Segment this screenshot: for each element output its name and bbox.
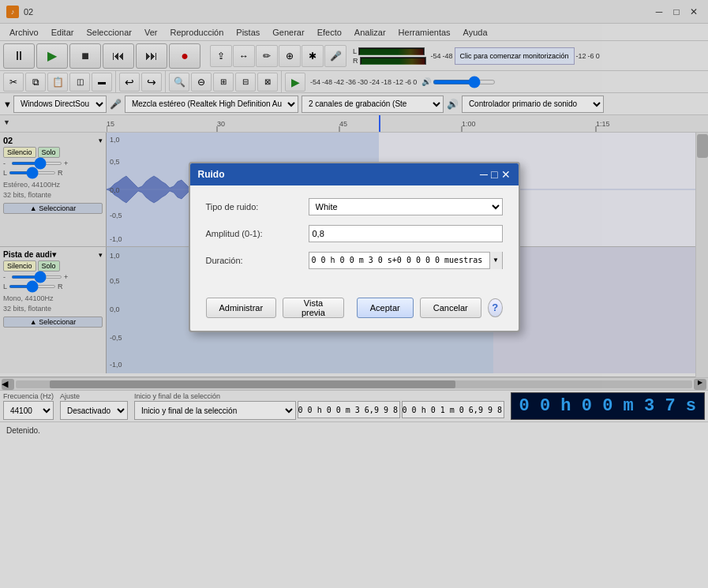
manage-button[interactable]: Administrar [206,298,277,318]
accept-button[interactable]: Aceptar [357,298,414,318]
modal-title-bar: Ruido ─ □ ✕ [190,163,519,185]
amplitude-label: Amplitud (0-1): [206,229,309,238]
help-button[interactable]: ? [488,298,503,317]
modal-minimize-button[interactable]: ─ [480,168,488,181]
noise-dialog: Ruido ─ □ ✕ Tipo de ruido: White Pink Br… [189,162,520,332]
noise-type-label: Tipo de ruido: [206,202,309,212]
modal-overlay: Ruido ─ □ ✕ Tipo de ruido: White Pink Br… [0,0,708,588]
amplitude-row: Amplitud (0-1): [206,225,503,242]
duration-row: Duración: 0 0 h 0 0 m 3 0 s+0 0 0 0 0 mu… [206,252,503,269]
noise-type-select[interactable]: White Pink Brownian [309,198,503,215]
duration-spinbox-arrow[interactable]: ▼ [489,252,502,269]
duration-value: 0 0 h 0 0 m 3 0 s+0 0 0 0 0 muestras [309,256,489,264]
modal-title: Ruido [198,169,225,180]
amplitude-input[interactable] [309,225,503,242]
duration-label: Duración: [206,256,309,265]
modal-footer: Administrar Vista previa Aceptar Cancela… [190,291,519,331]
duration-spinbox[interactable]: 0 0 h 0 0 m 3 0 s+0 0 0 0 0 muestras ▼ [309,252,503,269]
cancel-button[interactable]: Cancelar [420,298,481,318]
modal-body: Tipo de ruido: White Pink Brownian Ampli… [190,185,519,291]
modal-close-button[interactable]: ✕ [501,168,511,181]
noise-type-row: Tipo de ruido: White Pink Brownian [206,198,503,215]
preview-button[interactable]: Vista previa [283,298,344,318]
modal-maximize-button[interactable]: □ [491,168,497,181]
